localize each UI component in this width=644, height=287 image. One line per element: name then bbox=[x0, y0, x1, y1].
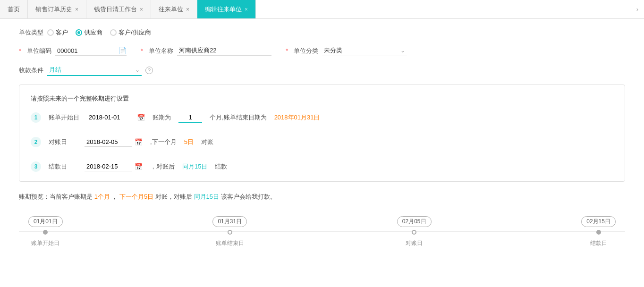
tab-home[interactable]: 首页 bbox=[0, 0, 28, 18]
radio-both-circle bbox=[110, 29, 117, 36]
timeline-label-0: 账单开始日 bbox=[31, 239, 59, 247]
timeline-badge-3: 02月15日 bbox=[581, 216, 616, 227]
timeline-badge-1: 01月31日 bbox=[212, 216, 247, 227]
unit-name-star: * bbox=[141, 47, 143, 54]
card-title: 请按照未来的一个完整帐期进行设置 bbox=[31, 94, 613, 103]
payment-condition-field: 收款条件 月结 ⌄ ? bbox=[19, 65, 153, 76]
timeline-container: 01月01日 账单开始日 01月31日 账单结束日 02月05日 对账日 02月… bbox=[19, 211, 625, 252]
payment-condition-row: 收款条件 月结 ⌄ ? bbox=[19, 65, 625, 76]
timeline-dot-2 bbox=[412, 230, 416, 235]
unit-name-label: 单位名称 bbox=[149, 47, 173, 55]
step-3-suffix: 结款 bbox=[215, 162, 227, 171]
tab-sales-order[interactable]: 销售订单历史 × bbox=[28, 0, 86, 18]
timeline-badge-2: 02月05日 bbox=[397, 216, 432, 227]
unit-category-value: 未分类 bbox=[324, 46, 398, 55]
timeline-dot-1 bbox=[228, 230, 232, 235]
tab-more-button[interactable]: › bbox=[631, 0, 644, 18]
tab-edit-partner-label: 编辑往来单位 bbox=[205, 5, 242, 14]
preview-text: 账期预览：当前客户账期是 1个月 ， 下一个月5日 对账，对账后 同月15日 该… bbox=[19, 191, 625, 202]
unit-type-field: 单位类型 客户 供应商 客户/供应商 bbox=[19, 28, 151, 37]
radio-customer[interactable]: 客户 bbox=[47, 28, 68, 37]
payment-condition-dropdown-icon: ⌄ bbox=[135, 67, 140, 73]
unit-code-icon[interactable]: 📄 bbox=[119, 47, 127, 54]
step-1-period-input[interactable] bbox=[178, 113, 202, 123]
timeline-dot-0 bbox=[43, 230, 48, 235]
tab-home-label: 首页 bbox=[8, 5, 20, 14]
tab-partner-label: 往来单位 bbox=[159, 5, 183, 14]
radio-customer-label: 客户 bbox=[56, 28, 68, 37]
step-2-row: 2 对账日 📅 ,下一个月 5日 对账 bbox=[31, 137, 613, 147]
step-1-date-input[interactable] bbox=[87, 113, 134, 122]
preview-part1: 1个月 bbox=[94, 193, 110, 200]
tab-partner[interactable]: 往来单位 × bbox=[151, 0, 197, 18]
step-2-date-input[interactable] bbox=[85, 137, 132, 147]
step-3-date-input[interactable] bbox=[85, 162, 132, 171]
payment-condition-value: 月结 bbox=[49, 66, 133, 74]
step-1-num: 1 bbox=[31, 112, 41, 123]
radio-customer-circle bbox=[47, 29, 54, 36]
timeline-point-2: 02月05日 对账日 bbox=[397, 216, 432, 247]
payment-condition-label: 收款条件 bbox=[19, 66, 43, 75]
radio-both-label: 客户/供应商 bbox=[119, 28, 151, 37]
unit-category-star: * bbox=[286, 47, 288, 54]
timeline-dot-3 bbox=[596, 230, 601, 235]
unit-category-dropdown-icon: ⌄ bbox=[400, 47, 405, 54]
timeline-label-3: 结款日 bbox=[590, 239, 607, 247]
timeline-point-1: 01月31日 账单结束日 bbox=[212, 216, 247, 247]
step-3-num: 3 bbox=[31, 161, 41, 172]
step-3-highlight: 同月15日 bbox=[182, 162, 207, 171]
tab-cash-work[interactable]: 钱货日清工作台 × bbox=[86, 0, 151, 18]
tab-cash-work-close[interactable]: × bbox=[140, 6, 143, 13]
preview-prefix: 账期预览：当前客户账期是 bbox=[19, 193, 93, 200]
unit-category-field: * 单位分类 未分类 ⌄ bbox=[286, 45, 407, 56]
tab-cash-work-label: 钱货日清工作台 bbox=[94, 5, 137, 14]
timeline-point-3: 02月15日 结款日 bbox=[581, 216, 616, 247]
step-3-prefix: ，对账后 bbox=[150, 162, 175, 171]
step-2-calendar-icon[interactable]: 📅 bbox=[135, 138, 143, 146]
step-1-calendar-icon[interactable]: 📅 bbox=[137, 114, 145, 121]
step-2-suffix: 对账 bbox=[201, 138, 213, 146]
tab-edit-partner-close[interactable]: × bbox=[245, 6, 248, 13]
card-section: 请按照未来的一个完整帐期进行设置 1 账单开始日 📅 账期为 个月,账单结束日期… bbox=[19, 84, 625, 182]
radio-both[interactable]: 客户/供应商 bbox=[110, 28, 151, 37]
timeline-point-0: 01月01日 账单开始日 bbox=[28, 216, 63, 247]
unit-category-label: 单位分类 bbox=[294, 47, 318, 55]
unit-code-input[interactable] bbox=[55, 46, 117, 55]
unit-code-field: * 单位编码 📄 bbox=[19, 46, 127, 56]
main-content: 单位类型 客户 供应商 客户/供应商 * 单位编码 bbox=[0, 19, 644, 287]
radio-supplier[interactable]: 供应商 bbox=[76, 28, 102, 37]
radio-supplier-circle bbox=[76, 29, 82, 36]
tab-partner-close[interactable]: × bbox=[186, 6, 189, 13]
step-2-prefix: ,下一个月 bbox=[150, 138, 177, 146]
preview-sep1: ， bbox=[111, 193, 118, 200]
radio-supplier-label: 供应商 bbox=[84, 28, 102, 37]
unit-name-field: * 单位名称 bbox=[141, 46, 271, 56]
payment-help-icon[interactable]: ? bbox=[145, 67, 153, 74]
tab-edit-partner[interactable]: 编辑往来单位 × bbox=[197, 0, 256, 18]
timeline-badge-0: 01月01日 bbox=[28, 216, 63, 227]
tab-sales-order-close[interactable]: × bbox=[75, 6, 78, 13]
preview-part6: 该客户会给我打款。 bbox=[221, 193, 276, 200]
step-3-date-wrapper: 📅 bbox=[85, 162, 143, 171]
unit-type-radio-group: 客户 供应商 客户/供应商 bbox=[47, 28, 151, 37]
timeline-label-1: 账单结束日 bbox=[216, 239, 244, 247]
unit-name-input[interactable] bbox=[177, 46, 271, 56]
step-1-period-unit: 个月,账单结束日期为 bbox=[210, 113, 267, 122]
unit-code-label: 单位编码 bbox=[27, 47, 51, 55]
step-3-row: 3 结款日 📅 ，对账后 同月15日 结款 bbox=[31, 161, 613, 172]
step-3-calendar-icon[interactable]: 📅 bbox=[135, 163, 143, 170]
timeline-label-2: 对账日 bbox=[406, 239, 423, 247]
step-1-label: 账单开始日 bbox=[49, 113, 79, 122]
unit-type-label: 单位类型 bbox=[19, 28, 43, 37]
unit-category-select[interactable]: 未分类 ⌄ bbox=[322, 45, 407, 56]
preview-part3: 下一个月5日 bbox=[119, 193, 153, 200]
step-2-num: 2 bbox=[31, 137, 41, 147]
payment-condition-select[interactable]: 月结 ⌄ bbox=[47, 65, 142, 76]
unit-code-input-wrapper: 📄 bbox=[55, 46, 127, 56]
step-1-period-label: 账期为 bbox=[153, 113, 171, 122]
preview-part4: 对账，对账后 bbox=[155, 193, 192, 200]
step-3-label: 结款日 bbox=[49, 162, 77, 171]
unit-type-row: 单位类型 客户 供应商 客户/供应商 bbox=[19, 28, 625, 37]
preview-part5: 同月15日 bbox=[194, 193, 219, 200]
step-1-end-date: 2018年01月31日 bbox=[274, 113, 320, 122]
